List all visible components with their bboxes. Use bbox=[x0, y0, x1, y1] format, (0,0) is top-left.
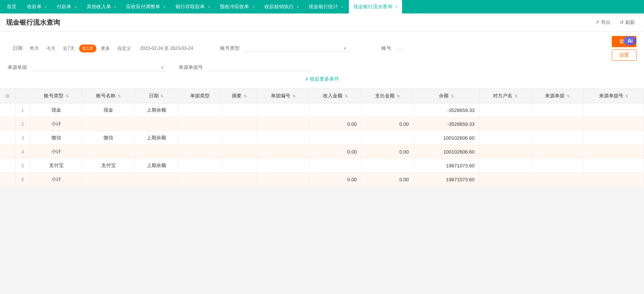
date-range-display: 2023-02-24 至 2023-03-24 bbox=[140, 45, 193, 52]
nav-tab-close-6[interactable]: × bbox=[297, 4, 299, 9]
date-opt-yesterday[interactable]: 昨天 bbox=[27, 45, 42, 52]
collapse-bar[interactable]: ∧ 收起更多条件 bbox=[8, 74, 636, 84]
date-opt-1month[interactable]: 近1月 bbox=[79, 45, 97, 52]
nav-tab-6[interactable]: 收款核销执行 × bbox=[260, 0, 303, 13]
date-label: 日期 bbox=[8, 45, 23, 52]
table-row: 2小计0.000.00-3528659.33 bbox=[0, 117, 644, 131]
collapse-up-icon: ∧ bbox=[305, 76, 309, 82]
refresh-icon: ↺ bbox=[620, 19, 624, 25]
account-type-arrow-icon: ∨ bbox=[343, 45, 347, 51]
date-opt-7days[interactable]: 近7天 bbox=[60, 45, 78, 52]
table-cell bbox=[222, 131, 257, 145]
account-type-select[interactable]: ∨ bbox=[244, 45, 349, 52]
table-cell bbox=[0, 173, 15, 187]
table-cell bbox=[257, 117, 309, 131]
nav-tab-close-2[interactable]: × bbox=[114, 4, 116, 9]
col-account-name[interactable]: 账号名称 ⇅ bbox=[83, 89, 135, 103]
table-cell bbox=[531, 173, 584, 187]
date-opt-today[interactable]: 今天 bbox=[44, 45, 59, 52]
nav-tab-close-3[interactable]: × bbox=[163, 4, 165, 9]
table-cell: 1 bbox=[15, 103, 30, 117]
col-source-doc[interactable]: 来源单据 ⇅ bbox=[531, 89, 584, 103]
table-cell bbox=[83, 145, 135, 159]
nav-tab-close-7[interactable]: × bbox=[341, 4, 343, 9]
table-cell bbox=[257, 145, 309, 159]
col-settings[interactable]: ⚙ bbox=[0, 89, 15, 103]
table-cell: 100102606.60 bbox=[414, 131, 479, 145]
refresh-button[interactable]: ↺ 刷新 bbox=[617, 18, 638, 27]
table-cell bbox=[222, 145, 257, 159]
table-container: ⚙ 账号类型 ⇅ 账号名称 ⇅ 日期 ⇅ 单据类型 摘要 ⇅ 单据编号 ⇅ 收入… bbox=[0, 89, 644, 187]
table-cell: 支付宝 bbox=[83, 159, 135, 173]
account-type-label: 账号类型 bbox=[220, 45, 240, 52]
nav-tab-label-1: 付款单 bbox=[57, 3, 71, 10]
table-cell bbox=[584, 117, 644, 131]
table-cell: 0.00 bbox=[362, 145, 414, 159]
nav-tab-4[interactable]: 银行存取款单 × bbox=[171, 0, 215, 13]
table-cell bbox=[222, 159, 257, 173]
nav-tab-label-0: 收款单 bbox=[27, 3, 42, 10]
table-cell bbox=[222, 173, 257, 187]
nav-tab-close-5[interactable]: × bbox=[252, 4, 254, 9]
table-cell: 小计 bbox=[30, 117, 83, 131]
nav-tab-3[interactable]: 应收应付调整单 × bbox=[122, 0, 170, 13]
nav-tab-label-8: 现金银行流水查询 bbox=[353, 3, 392, 10]
col-date[interactable]: 日期 ⇅ bbox=[135, 89, 178, 103]
table-cell: 现金 bbox=[30, 103, 83, 117]
table-cell bbox=[479, 131, 531, 145]
table-cell bbox=[531, 145, 584, 159]
nav-tab-5[interactable]: 预收冲应收单 × bbox=[215, 0, 259, 13]
nav-tab-close-1[interactable]: × bbox=[74, 4, 77, 9]
table-cell bbox=[257, 131, 309, 145]
table-cell: 上期余额 bbox=[135, 159, 178, 173]
setting-button[interactable]: 设置 bbox=[612, 49, 636, 61]
table-cell bbox=[0, 103, 15, 117]
table-cell bbox=[584, 145, 644, 159]
page-header: 现金银行流水查询 ↗ 导出 ↺ 刷新 bbox=[0, 13, 644, 31]
date-opt-more[interactable]: 更多 bbox=[98, 45, 113, 52]
table-header-row: ⚙ 账号类型 ⇅ 账号名称 ⇅ 日期 ⇅ 单据类型 摘要 ⇅ 单据编号 ⇅ 收入… bbox=[0, 89, 644, 103]
export-button[interactable]: ↗ 导出 bbox=[592, 18, 614, 27]
ai-badge[interactable]: Ai bbox=[624, 36, 636, 45]
col-expense[interactable]: 支出金额 ⇅ bbox=[362, 89, 414, 103]
table-cell bbox=[479, 159, 531, 173]
nav-tab-2[interactable]: 其他收入单 × bbox=[82, 0, 121, 13]
nav-tab-close-0[interactable]: × bbox=[45, 4, 47, 9]
col-counterparty[interactable]: 对方户名 ⇅ bbox=[479, 89, 531, 103]
table-cell bbox=[531, 131, 584, 145]
nav-tab-8[interactable]: 现金银行流水查询 × bbox=[349, 0, 402, 13]
table-cell: 上期余额 bbox=[135, 131, 178, 145]
table-cell bbox=[362, 159, 414, 173]
table-cell bbox=[531, 103, 584, 117]
account-ellipsis-button[interactable]: ... bbox=[396, 45, 404, 52]
col-income[interactable]: 收入金额 ⇅ bbox=[309, 89, 362, 103]
source-doc-num-label: 来源单据号 bbox=[179, 64, 203, 71]
source-doc-num-input[interactable] bbox=[207, 64, 312, 71]
table-body: 1现金现金上期余额-3528659.332小计0.000.00-3528659.… bbox=[0, 103, 644, 187]
col-doc-no[interactable]: 单据编号 ⇅ bbox=[257, 89, 309, 103]
table-cell bbox=[178, 131, 222, 145]
nav-tab-7[interactable]: 现金银行统计 × bbox=[304, 0, 348, 13]
nav-tab-close-4[interactable]: × bbox=[208, 4, 210, 9]
table-cell bbox=[222, 117, 257, 131]
col-summary[interactable]: 摘要 ⇅ bbox=[222, 89, 257, 103]
source-doc-select[interactable]: ∨ bbox=[32, 64, 167, 71]
col-balance[interactable]: 余额 ⇅ bbox=[414, 89, 479, 103]
nav-home[interactable]: 首页 bbox=[2, 3, 22, 10]
account-label: 账号 bbox=[376, 45, 391, 52]
col-account-type[interactable]: 账号类型 ⇅ bbox=[30, 89, 83, 103]
nav-tab-close-8[interactable]: × bbox=[395, 4, 398, 9]
table-cell bbox=[83, 173, 135, 187]
table-cell bbox=[0, 145, 15, 159]
nav-tab-0[interactable]: 收款单 × bbox=[23, 0, 51, 13]
table-cell bbox=[0, 131, 15, 145]
col-source-doc-no[interactable]: 来源单据号 ⇅ bbox=[584, 89, 644, 103]
table-cell: 2 bbox=[15, 117, 30, 131]
filter-row-1: 日期 昨天 今天 近7天 近1月 更多 自定义 2023-02-24 至 202… bbox=[8, 36, 636, 61]
collapse-label: 收起更多条件 bbox=[310, 76, 339, 82]
table-cell: 上期余额 bbox=[135, 103, 178, 117]
table-cell: 19871073.60 bbox=[414, 173, 479, 187]
nav-tab-1[interactable]: 付款单 × bbox=[52, 0, 81, 13]
date-opt-custom[interactable]: 自定义 bbox=[114, 45, 134, 52]
table-cell bbox=[135, 145, 178, 159]
